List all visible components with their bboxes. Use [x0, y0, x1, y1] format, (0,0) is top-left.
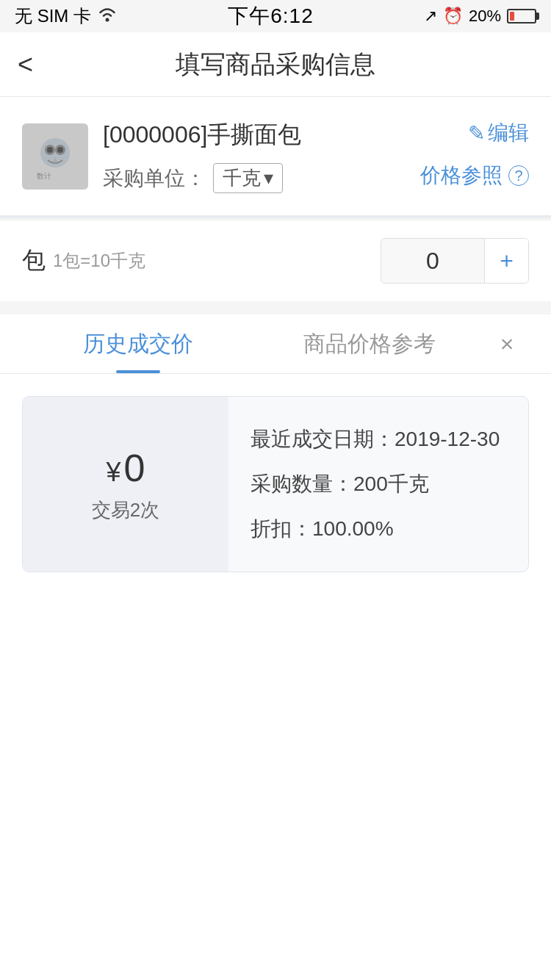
- dropdown-icon: ▾: [264, 167, 273, 190]
- status-right: ↗ ⏰ 20%: [424, 7, 536, 26]
- unit-value: 千克: [223, 165, 261, 191]
- price-number: 0: [124, 446, 145, 490]
- purchase-qty-row: 采购数量：200千克: [251, 468, 506, 501]
- recent-date-value: 2019-12-30: [395, 428, 500, 450]
- tab-product-price-ref[interactable]: 商品价格参考: [253, 314, 485, 373]
- trade-count: 交易2次: [92, 497, 159, 523]
- page-title: 填写商品采购信息: [176, 48, 375, 82]
- purchase-qty-label: 采购数量：: [251, 472, 353, 495]
- battery-indicator: [507, 9, 536, 24]
- recent-date-label: 最近成交日期：: [251, 428, 395, 450]
- tab-history-label: 历史成交价: [83, 329, 193, 359]
- history-details-section: 最近成交日期：2019-12-30 采购数量：200千克 折扣：100.00%: [228, 397, 528, 572]
- history-price-value: ¥ 0: [107, 446, 145, 490]
- tabs-section: 历史成交价 商品价格参考 × ¥ 0 交易2次 最近成交日期：2019-12-3…: [0, 314, 551, 594]
- tabs-header: 历史成交价 商品价格参考 ×: [0, 314, 551, 374]
- nav-bar: < 填写商品采购信息: [0, 32, 551, 97]
- svg-point-0: [106, 18, 109, 22]
- svg-text:数计: 数计: [37, 172, 51, 180]
- unit-label: 采购单位：: [103, 165, 206, 192]
- history-price-section: ¥ 0 交易2次: [23, 397, 228, 572]
- status-time: 下午6:12: [228, 2, 314, 30]
- tabs-close-button[interactable]: ×: [485, 314, 529, 373]
- price-ref-icon: ?: [508, 165, 529, 186]
- product-name: [0000006]手撕面包: [103, 119, 301, 151]
- close-icon: ×: [500, 331, 514, 358]
- location-icon: ↗: [424, 7, 437, 26]
- divider: [0, 215, 551, 218]
- purchase-qty-value: 200千克: [353, 472, 429, 495]
- history-content: ¥ 0 交易2次 最近成交日期：2019-12-30 采购数量：200千克 折扣…: [0, 374, 551, 594]
- status-left: 无 SIM 卡: [15, 4, 118, 28]
- price-ref-label: 价格参照: [420, 162, 503, 190]
- unit-dropdown[interactable]: 千克 ▾: [213, 163, 283, 193]
- bottom-space: [0, 594, 551, 980]
- unit-row: 采购单位： 千克 ▾: [103, 163, 301, 193]
- quantity-plus-button[interactable]: +: [484, 239, 528, 283]
- edit-label: 编辑: [488, 119, 529, 147]
- discount-label: 折扣：: [251, 517, 312, 540]
- price-ref-link[interactable]: 价格参照 ?: [420, 162, 529, 190]
- back-button[interactable]: <: [18, 49, 33, 80]
- quantity-unit-text: 包: [22, 245, 46, 277]
- edit-link[interactable]: ✎ 编辑: [468, 119, 529, 147]
- product-card: 数计 [0000006]手撕面包 采购单位： 千克 ▾ ✎ 编辑: [0, 97, 551, 215]
- quantity-section: 包 1包=10千克 +: [0, 220, 551, 301]
- quantity-conversion: 1包=10千克: [53, 249, 145, 273]
- recent-date-row: 最近成交日期：2019-12-30: [251, 423, 506, 456]
- discount-value: 100.00%: [312, 517, 394, 540]
- quantity-controls: +: [381, 238, 529, 284]
- quantity-label: 包 1包=10千克: [22, 245, 145, 277]
- product-thumbnail: 数计: [22, 123, 88, 190]
- svg-point-5: [57, 147, 63, 153]
- svg-point-4: [47, 147, 53, 153]
- price-symbol: ¥: [107, 457, 121, 488]
- discount-row: 折扣：100.00%: [251, 513, 506, 546]
- tab-price-ref-label: 商品价格参考: [303, 329, 436, 359]
- tab-history-price[interactable]: 历史成交价: [22, 314, 253, 373]
- edit-icon: ✎: [468, 121, 485, 145]
- alarm-icon: ⏰: [443, 7, 463, 26]
- wifi-icon: [97, 6, 118, 26]
- carrier-text: 无 SIM 卡: [15, 4, 91, 28]
- quantity-input[interactable]: [381, 239, 484, 283]
- history-card: ¥ 0 交易2次 最近成交日期：2019-12-30 采购数量：200千克 折扣…: [22, 396, 529, 572]
- status-bar: 无 SIM 卡 下午6:12 ↗ ⏰ 20%: [0, 0, 551, 32]
- battery-pct: 20%: [469, 7, 501, 26]
